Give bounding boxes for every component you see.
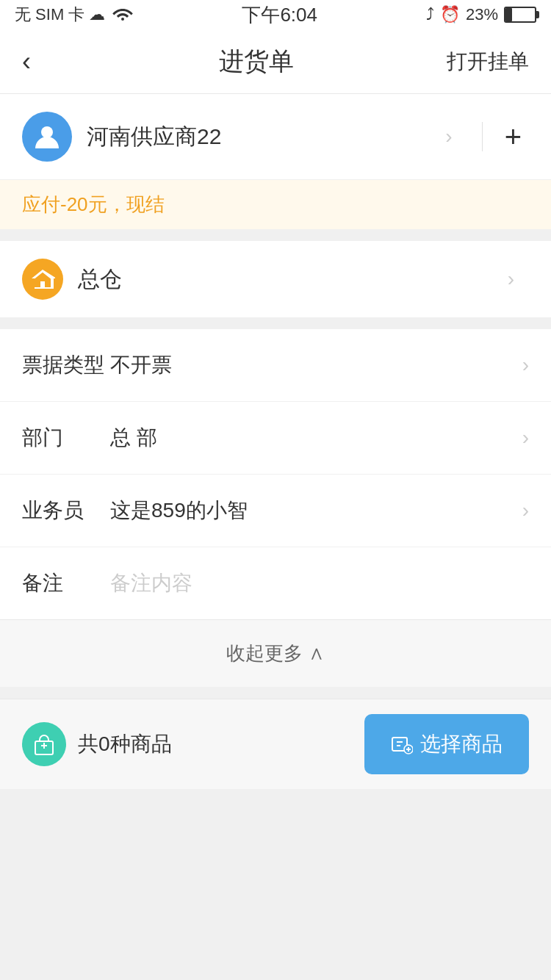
- status-bar: 无 SIM 卡 ☁ 下午6:04 ⤴ ⏰ 23%: [0, 0, 551, 29]
- status-right: ⤴ ⏰ 23%: [426, 5, 536, 24]
- warehouse-chevron-icon: ›: [508, 267, 514, 291]
- remark-input[interactable]: 备注内容: [110, 569, 529, 597]
- invoice-label: 票据类型: [22, 351, 110, 379]
- bottom-bar: 共0种商品 选择商品: [0, 699, 551, 789]
- department-chevron-icon: ›: [522, 426, 529, 450]
- remark-label: 备注: [22, 569, 110, 597]
- product-count-area: 共0种商品: [22, 722, 172, 766]
- department-label: 部门: [22, 424, 110, 452]
- notice-bar: 应付-20元，现结: [0, 180, 551, 229]
- warehouse-icon: [22, 259, 63, 300]
- warehouse-card[interactable]: 总仓 ›: [0, 241, 551, 317]
- invoice-row[interactable]: 票据类型 不开票 ›: [0, 329, 551, 401]
- battery-icon: [504, 7, 536, 23]
- content: 河南供应商22 › + 应付-20元，现结 总仓 › 票据类型 不开票 ›: [0, 94, 551, 980]
- select-product-label: 选择商品: [420, 730, 503, 758]
- salesman-value: 这是859的小智: [110, 497, 522, 525]
- status-time: 下午6:04: [242, 2, 317, 28]
- remark-row[interactable]: 备注 备注内容: [0, 547, 551, 619]
- wifi-icon: [112, 4, 133, 25]
- gray-background: [0, 789, 551, 980]
- product-count-text: 共0种商品: [78, 730, 172, 758]
- collapse-button[interactable]: 收起更多 ∧: [0, 619, 551, 687]
- supplier-avatar: [22, 112, 72, 162]
- supplier-chevron-icon: ›: [445, 125, 452, 148]
- sim-label: 无 SIM 卡 ☁: [15, 4, 105, 26]
- nav-bar: ‹ 进货单 打开挂单: [0, 29, 551, 94]
- product-icon: [22, 722, 66, 766]
- location-icon: ⤴: [426, 5, 434, 24]
- warehouse-name: 总仓: [78, 264, 508, 295]
- open-pending-button[interactable]: 打开挂单: [447, 48, 529, 76]
- department-value: 总 部: [110, 424, 522, 452]
- supplier-row[interactable]: 河南供应商22 › +: [0, 94, 551, 180]
- svg-point-0: [41, 126, 53, 138]
- add-button[interactable]: +: [497, 120, 529, 154]
- warehouse-row[interactable]: 总仓 ›: [0, 241, 551, 317]
- status-left: 无 SIM 卡 ☁: [15, 4, 133, 26]
- select-product-button[interactable]: 选择商品: [364, 714, 529, 774]
- divider: [482, 122, 483, 151]
- alarm-icon: ⏰: [440, 5, 460, 24]
- invoice-value: 不开票: [110, 351, 522, 379]
- back-button[interactable]: ‹: [22, 46, 66, 77]
- salesman-row[interactable]: 业务员 这是859的小智 ›: [0, 474, 551, 547]
- invoice-chevron-icon: ›: [522, 353, 529, 377]
- supplier-name: 河南供应商22: [87, 122, 445, 152]
- page-title: 进货单: [219, 45, 294, 79]
- salesman-label: 业务员: [22, 497, 110, 525]
- department-row[interactable]: 部门 总 部 ›: [0, 401, 551, 474]
- supplier-card: 河南供应商22 › + 应付-20元，现结: [0, 94, 551, 229]
- form-card: 票据类型 不开票 › 部门 总 部 › 业务员 这是859的小智 › 备注 备注…: [0, 329, 551, 687]
- select-product-icon: [391, 733, 413, 755]
- salesman-chevron-icon: ›: [522, 499, 529, 522]
- battery-percent: 23%: [466, 5, 498, 24]
